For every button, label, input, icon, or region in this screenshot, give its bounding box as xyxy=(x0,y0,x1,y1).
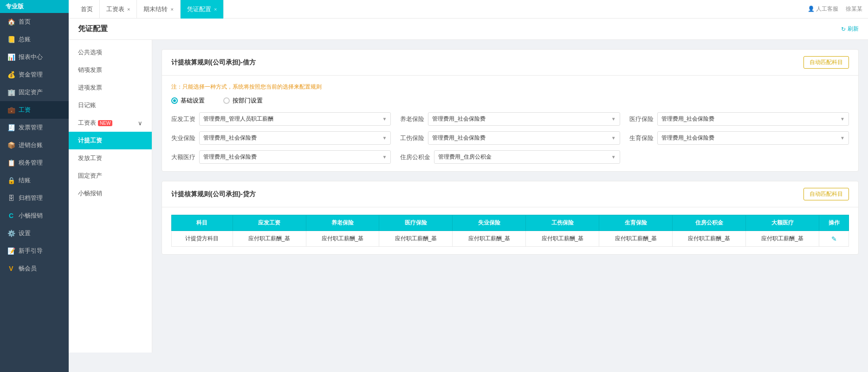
sidebar-item-label: 归档管理 xyxy=(19,194,43,202)
tab-payroll[interactable]: 工资表 × xyxy=(100,0,137,19)
maternity-value: 应付职工薪酬_基 xyxy=(615,235,657,242)
edit-icon[interactable]: ✎ xyxy=(831,235,837,243)
td-unemployment: 应付职工薪酬_基 xyxy=(453,231,526,247)
th-injury: 工伤保险 xyxy=(526,215,599,231)
sidebar-item-inventory[interactable]: 📦 进销台账 xyxy=(0,136,69,154)
tab-period-close[interactable]: 期末结转 × xyxy=(137,0,180,19)
sidebar-item-close[interactable]: 🔒 结账 xyxy=(0,172,69,189)
credit-section-body: 科目 应发工资 养老保险 医疗保险 失业保险 工伤保险 生育保险 住房公积金 大… xyxy=(162,207,858,254)
sidebar-item-label: 资金管理 xyxy=(19,71,43,79)
sidebar-item-ledger[interactable]: 📒 总账 xyxy=(0,31,69,48)
nav-item-journal[interactable]: 日记账 xyxy=(69,96,152,114)
tab-voucher-config[interactable]: 凭证配置 × xyxy=(181,0,224,19)
form-row-salary: 应发工资 管理费用_管理人员职工薪酬 ▼ xyxy=(171,112,391,126)
select-unemployment[interactable]: 管理费用_社会保险费 ▼ xyxy=(199,131,391,145)
topbar-right: 👤 人工客服 徐某某 xyxy=(808,5,862,13)
select-injury[interactable]: 管理费用_社会保险费 ▼ xyxy=(428,131,620,145)
radio-basic[interactable]: 基础设置 xyxy=(171,96,205,105)
nav-item-purchase-invoice[interactable]: 进项发票 xyxy=(69,79,152,96)
sidebar-item-label: 报表中心 xyxy=(19,53,43,61)
sidebar-item-settings[interactable]: ⚙️ 设置 xyxy=(0,224,69,242)
tab-voucher-config-close[interactable]: × xyxy=(214,6,217,12)
form-row-pension: 养老保险 管理费用_社会保险费 ▼ xyxy=(400,112,620,126)
debit-auto-match-button[interactable]: 自动匹配科目 xyxy=(803,56,849,69)
select-housing[interactable]: 管理费用_住房公积金 ▼ xyxy=(434,150,620,164)
chevron-down-icon: ▼ xyxy=(382,116,387,122)
sidebar-item-member[interactable]: V 畅会员 xyxy=(0,260,69,277)
sidebar-item-reports[interactable]: 📊 报表中心 xyxy=(0,48,69,66)
injury-value: 应付职工薪酬_基 xyxy=(542,235,584,242)
right-content: 计提核算规则(公司承担)-借方 自动匹配科目 注：只能选择一种方式，系统将按照您… xyxy=(152,40,868,353)
th-housing: 住房公积金 xyxy=(673,215,746,231)
nav-item-payroll-table[interactable]: 工资表 NEW ∨ xyxy=(69,114,152,132)
reports-icon: 📊 xyxy=(7,53,15,61)
guide-icon: 📝 xyxy=(7,247,15,255)
label-pension: 养老保险 xyxy=(400,115,424,123)
invoice-icon: 🧾 xyxy=(7,124,15,131)
select-pension[interactable]: 管理费用_社会保险费 ▼ xyxy=(428,112,620,126)
form-row-injury: 工伤保险 管理费用_社会保险费 ▼ xyxy=(400,131,620,145)
sidebar-item-guide[interactable]: 📝 新手引导 xyxy=(0,242,69,260)
sidebar-item-tax[interactable]: 📋 税务管理 xyxy=(0,154,69,172)
label-unemployment: 失业保险 xyxy=(171,134,195,142)
tab-home[interactable]: 首页 xyxy=(74,0,100,19)
sidebar-item-assets[interactable]: 🏢 固定资产 xyxy=(0,83,69,101)
funds-icon: 💰 xyxy=(7,71,15,78)
label-housing: 住房公积金 xyxy=(400,153,430,161)
chevron-down-icon: ▼ xyxy=(840,135,845,141)
sidebar-item-salary[interactable]: 💼 工资 xyxy=(0,101,69,119)
big-medical-value: 应付职工薪酬_基 xyxy=(761,235,803,242)
refresh-button[interactable]: ↻ 刷新 xyxy=(841,25,859,33)
sidebar-item-label: 设置 xyxy=(19,229,31,237)
sidebar-item-label: 固定资产 xyxy=(19,88,43,96)
app-edition: 专业版 xyxy=(0,0,69,13)
form-row-empty xyxy=(629,150,849,164)
label-injury: 工伤保险 xyxy=(400,134,424,142)
select-big-medical-value: 管理费用_社会保险费 xyxy=(203,153,257,161)
tab-payroll-close[interactable]: × xyxy=(127,6,130,12)
debit-section: 计提核算规则(公司承担)-借方 自动匹配科目 注：只能选择一种方式，系统将按照您… xyxy=(162,49,859,172)
select-maternity[interactable]: 管理费用_社会保险费 ▼ xyxy=(657,131,849,145)
sidebar-item-label: 首页 xyxy=(19,18,31,26)
credit-auto-match-button[interactable]: 自动匹配科目 xyxy=(803,188,849,200)
select-medical[interactable]: 管理费用_社会保险费 ▼ xyxy=(657,112,849,126)
sidebar-item-funds[interactable]: 💰 资金管理 xyxy=(0,66,69,83)
chevron-down-icon: ▼ xyxy=(611,154,616,160)
xiaochang-icon: C xyxy=(7,212,15,219)
tax-icon: 📋 xyxy=(7,159,15,167)
radio-group: 基础设置 按部门设置 xyxy=(171,96,849,105)
radio-dept[interactable]: 按部门设置 xyxy=(223,96,263,105)
td-maternity: 应付职工薪酬_基 xyxy=(599,231,673,247)
select-medical-value: 管理费用_社会保险费 xyxy=(661,115,715,123)
tab-period-close-close[interactable]: × xyxy=(170,6,173,12)
form-row-maternity: 生育保险 管理费用_社会保险费 ▼ xyxy=(629,131,849,145)
th-big-medical: 大额医疗 xyxy=(746,215,819,231)
sidebar-item-xiaochang[interactable]: C 小畅报销 xyxy=(0,207,69,224)
sidebar-item-invoice[interactable]: 🧾 发票管理 xyxy=(0,119,69,136)
radio-dept-circle xyxy=(223,97,230,104)
sidebar-item-home[interactable]: 🏠 首页 xyxy=(0,13,69,31)
select-salary[interactable]: 管理费用_管理人员职工薪酬 ▼ xyxy=(199,112,391,126)
label-medical: 医疗保险 xyxy=(629,115,654,123)
debit-note: 注：只能选择一种方式，系统将按照您当前的选择来配置规则 xyxy=(171,83,849,91)
sidebar-item-label: 税务管理 xyxy=(19,159,43,167)
nav-item-public[interactable]: 公共选项 xyxy=(69,44,152,61)
sidebar: 专业版 🏠 首页 📒 总账 📊 报表中心 💰 资金管理 🏢 固定资产 💼 工资 … xyxy=(0,0,69,372)
select-pension-value: 管理费用_社会保险费 xyxy=(432,115,486,123)
td-medical: 应付职工薪酬_基 xyxy=(379,231,453,247)
nav-item-pay-salary[interactable]: 发放工资 xyxy=(69,149,152,167)
member-icon: V xyxy=(7,265,15,272)
select-big-medical[interactable]: 管理费用_社会保险费 ▼ xyxy=(199,150,391,164)
user-actions: 👤 人工客服 xyxy=(808,5,838,13)
nav-item-xiaochang-expense[interactable]: 小畅报销 xyxy=(69,185,152,202)
th-salary: 应发工资 xyxy=(233,215,306,231)
expand-icon: ∨ xyxy=(138,120,143,127)
nav-item-calc-salary[interactable]: 计提工资 xyxy=(69,132,152,149)
nav-item-fixed-assets[interactable]: 固定资产 xyxy=(69,167,152,185)
select-injury-value: 管理费用_社会保险费 xyxy=(432,134,486,142)
nav-item-sales-invoice[interactable]: 销项发票 xyxy=(69,61,152,79)
sidebar-item-archive[interactable]: 🗄 归档管理 xyxy=(0,189,69,207)
tab-period-close-label: 期末结转 xyxy=(143,5,168,13)
td-big-medical: 应付职工薪酬_基 xyxy=(746,231,819,247)
table-header-row: 科目 应发工资 养老保险 医疗保险 失业保险 工伤保险 生育保险 住房公积金 大… xyxy=(172,215,849,231)
